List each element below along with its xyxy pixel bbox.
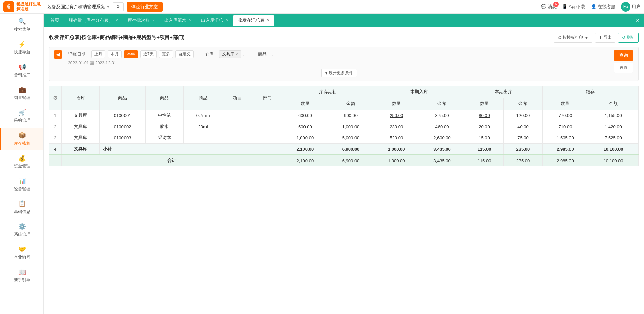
- operations-icon: 📊: [18, 177, 26, 185]
- sidebar-item-finance[interactable]: 💰 资金管理: [0, 150, 43, 173]
- subtotal-in-qty[interactable]: 1,000.00: [374, 144, 419, 155]
- tab-inout-flow[interactable]: 出入库流水 ×: [160, 15, 196, 26]
- app-container: 6 畅捷通好生意 标准版 装备及固定资产辅助管理系统 ▼ ⚙ 体验行业方案 💬 …: [0, 0, 644, 314]
- date-btn-7days[interactable]: 近7天: [140, 50, 157, 58]
- row-out-qty[interactable]: 20.00: [465, 121, 504, 132]
- total-label: 合计: [62, 155, 282, 166]
- sidebar-item-label: 销售管理: [14, 95, 30, 101]
- sidebar-item-operations[interactable]: 📊 经营管理: [0, 173, 43, 196]
- tab-receipt-summary[interactable]: 收发存汇总表 ×: [233, 15, 274, 26]
- date-btn-this-year[interactable]: 本年: [124, 50, 138, 58]
- user-item[interactable]: Ea 用户: [621, 2, 641, 12]
- filter-toggle-btn[interactable]: ◀: [54, 50, 62, 59]
- sidebar-item-collab[interactable]: 🤝 企业协同: [0, 242, 43, 264]
- date-range-row: 2023-01-01 至 2023-12-31: [68, 60, 610, 66]
- row-in-qty[interactable]: 250.00: [374, 110, 419, 121]
- experience-button[interactable]: 体验行业方案: [127, 2, 163, 12]
- subtotal-row: 4 文具库 小计 2,100.00 6,900.00 1,000.00 3,43…: [49, 144, 639, 155]
- refresh-button[interactable]: ↺ 刷新: [618, 33, 639, 43]
- col-spec-header: 商品: [184, 86, 222, 110]
- quick-icon: ⚡: [18, 40, 26, 48]
- tab-home[interactable]: 首页: [46, 15, 64, 26]
- system-selector[interactable]: 装备及固定资产辅助管理系统 ▼: [44, 4, 110, 10]
- filter-side: 查询 设置: [614, 50, 633, 73]
- row-out-amt: 40.00: [503, 121, 542, 132]
- gear-settings-btn[interactable]: ⚙: [113, 2, 124, 11]
- tab-batch[interactable]: 库存批次账 ×: [123, 15, 160, 26]
- sidebar-item-basic[interactable]: 📋 基础信息: [0, 196, 43, 219]
- product-more[interactable]: ...: [272, 52, 276, 57]
- query-button[interactable]: 查询: [614, 50, 633, 61]
- filter-area: ◀ 记账日期 上月 本月 本年 近7天 更多 自定义: [49, 47, 639, 81]
- product-filter-label: 商品: [258, 51, 267, 57]
- row-in-amt: 375.00: [419, 110, 465, 121]
- tab-close-icon[interactable]: ×: [189, 18, 192, 23]
- subtotal-warehouse: 文具库: [62, 144, 100, 155]
- sidebar-item-search[interactable]: 🔍 搜索菜单: [0, 14, 43, 36]
- row-out-qty[interactable]: 15.00: [465, 132, 504, 144]
- online-service-item[interactable]: 👤 在线客服: [591, 4, 615, 10]
- tab-inventory-dist[interactable]: 现存量（库存分布表） ×: [64, 15, 123, 26]
- col-opening-qty: 数量: [282, 98, 328, 110]
- tab-close-icon[interactable]: ×: [116, 18, 118, 23]
- tab-label: 收发存汇总表: [238, 17, 264, 23]
- row-name: 胶水: [145, 121, 183, 132]
- date-btn-last-month[interactable]: 上月: [91, 50, 105, 58]
- subtotal-num: 4: [49, 144, 62, 155]
- row-num: 3: [49, 132, 62, 144]
- app-download-label: App下载: [569, 4, 585, 10]
- tab-close-icon[interactable]: ×: [152, 18, 155, 23]
- message-item[interactable]: 💬 消息 6: [541, 4, 557, 10]
- col-out-qty: 数量: [465, 98, 504, 110]
- warehouse-tag-close[interactable]: ×: [236, 52, 238, 57]
- sidebar-item-purchase[interactable]: 🛒 采购管理: [0, 105, 43, 128]
- row-dept: [252, 110, 282, 121]
- table-settings-icon[interactable]: ⚙: [53, 95, 58, 101]
- tab-bar-close-btn[interactable]: ×: [633, 17, 642, 24]
- total-in-amt: 3,435.00: [419, 155, 465, 166]
- tab-close-icon[interactable]: ×: [267, 18, 269, 23]
- row-spec: 20ml: [184, 121, 222, 132]
- message-icon: 💬: [541, 4, 546, 9]
- row-num: 1: [49, 110, 62, 121]
- phone-icon: 📱: [562, 4, 567, 9]
- system-name: 装备及固定资产辅助管理系统: [44, 4, 105, 10]
- filter-main: 记账日期 上月 本月 本年 近7天 更多 自定义: [68, 50, 610, 77]
- row-out-qty[interactable]: 80.00: [465, 110, 504, 121]
- total-closing-amt: 10,100.00: [588, 155, 639, 166]
- subtotal-out-qty[interactable]: 115.00: [465, 144, 504, 155]
- sidebar-item-system[interactable]: ⚙️ 系统管理: [0, 219, 43, 242]
- sidebar-item-inventory[interactable]: 📦 库存核算: [0, 128, 43, 150]
- sidebar-item-sales[interactable]: 💼 销售管理: [0, 82, 43, 105]
- row-in-qty[interactable]: 230.00: [374, 121, 419, 132]
- col-closing-header: 结存: [542, 86, 638, 98]
- col-in-qty: 数量: [374, 98, 419, 110]
- col-dept-header: 部门: [252, 86, 282, 110]
- row-closing-qty: 710.00: [542, 121, 588, 132]
- row-code: 0100001: [100, 110, 145, 121]
- filter-settings-btn[interactable]: 设置: [614, 63, 633, 73]
- date-btn-custom[interactable]: 自定义: [175, 50, 194, 58]
- row-in-qty[interactable]: 520.00: [374, 132, 419, 144]
- sidebar-item-guide[interactable]: 📖 新手引导: [0, 264, 43, 287]
- print-button[interactable]: 🖨 按模板打印 ▼: [554, 33, 592, 43]
- top-bar: 6 畅捷通好生意 标准版 装备及固定资产辅助管理系统 ▼ ⚙ 体验行业方案 💬 …: [0, 0, 644, 14]
- sidebar-item-quick[interactable]: ⚡ 快捷导航: [0, 36, 43, 59]
- tab-inout-summary[interactable]: 出入库汇总 ×: [196, 15, 233, 26]
- export-button[interactable]: ⬆ 导出: [595, 33, 615, 43]
- warehouse-more[interactable]: ...: [243, 52, 247, 57]
- finance-icon: 💰: [18, 154, 26, 162]
- date-filter-label: 记账日期: [68, 51, 86, 57]
- logo-icon: 6: [3, 1, 14, 12]
- sidebar-item-label: 企业协同: [14, 254, 30, 260]
- expand-filter-btn[interactable]: ▾ 展开更多条件: [321, 69, 357, 77]
- col-settings: ⚙: [49, 86, 62, 110]
- sidebar-item-marketing[interactable]: 📢 营销推广: [0, 59, 43, 82]
- tab-close-icon[interactable]: ×: [226, 18, 228, 23]
- sidebar-item-label: 经营管理: [14, 186, 30, 192]
- app-download-item[interactable]: 📱 App下载: [562, 4, 585, 10]
- col-opening-header: 库存期初: [282, 86, 374, 98]
- date-btn-more[interactable]: 更多: [159, 50, 173, 58]
- export-icon: ⬆: [599, 35, 602, 40]
- date-btn-this-month[interactable]: 本月: [108, 50, 122, 58]
